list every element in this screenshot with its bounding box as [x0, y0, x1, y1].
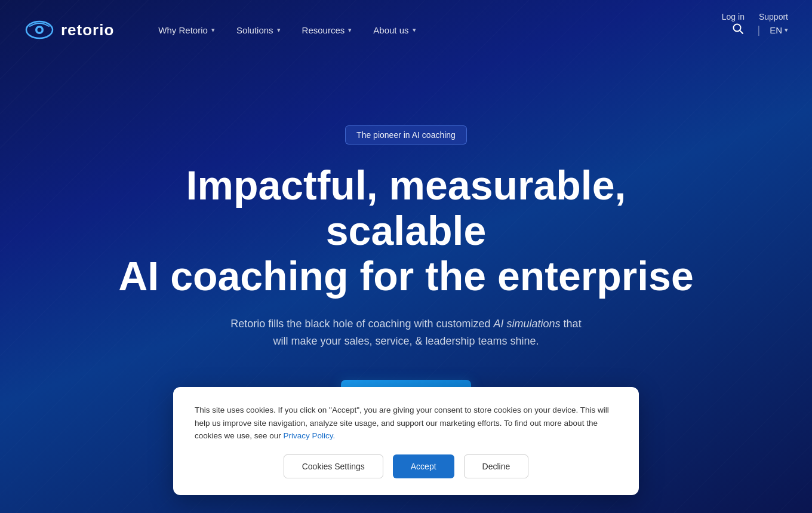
chevron-down-icon: ▾	[277, 26, 281, 34]
privacy-policy-link[interactable]: Privacy Policy.	[284, 431, 336, 440]
svg-line-4	[740, 30, 743, 33]
hero-subtitle: Retorio fills the black hole of coaching…	[227, 315, 585, 350]
language-selector[interactable]: EN ▾	[770, 25, 788, 35]
navbar: retorio Why Retorio ▾ Solutions ▾ Resour…	[0, 0, 812, 60]
nav-item-why-retorio[interactable]: Why Retorio ▾	[150, 20, 223, 40]
cookie-message: This site uses cookies. If you click on …	[195, 404, 617, 443]
retorio-logo-icon	[24, 19, 55, 41]
nav-item-about-us[interactable]: About us ▾	[365, 20, 424, 40]
search-icon[interactable]	[728, 19, 748, 41]
accept-cookies-button[interactable]: Accept	[393, 454, 454, 478]
page-background: Log in Support retorio Why Retorio ▾ Sol	[0, 0, 812, 513]
chevron-down-icon: ▾	[785, 26, 788, 34]
hero-badge: The pioneer in AI coaching	[345, 125, 467, 145]
cookie-buttons: Cookies Settings Accept Decline	[195, 454, 617, 478]
chevron-down-icon: ▾	[413, 26, 416, 34]
decline-cookies-button[interactable]: Decline	[464, 454, 529, 478]
cookies-settings-button[interactable]: Cookies Settings	[284, 454, 383, 478]
nav-item-resources[interactable]: Resources ▾	[294, 20, 361, 40]
svg-point-2	[38, 28, 42, 32]
nav-divider: |	[757, 24, 760, 36]
logo-text: retorio	[61, 21, 114, 39]
cookie-banner: This site uses cookies. If you click on …	[173, 387, 639, 495]
logo[interactable]: retorio	[24, 19, 114, 41]
hero-title: Impactful, measurable, scalable AI coach…	[107, 162, 705, 299]
hero-section: The pioneer in AI coaching Impactful, me…	[0, 60, 812, 414]
nav-links: Why Retorio ▾ Solutions ▾ Resources ▾ Ab…	[150, 20, 728, 40]
nav-item-solutions[interactable]: Solutions ▾	[228, 20, 289, 40]
chevron-down-icon: ▾	[211, 26, 215, 34]
nav-right: | EN ▾	[728, 19, 788, 41]
chevron-down-icon: ▾	[348, 26, 352, 34]
